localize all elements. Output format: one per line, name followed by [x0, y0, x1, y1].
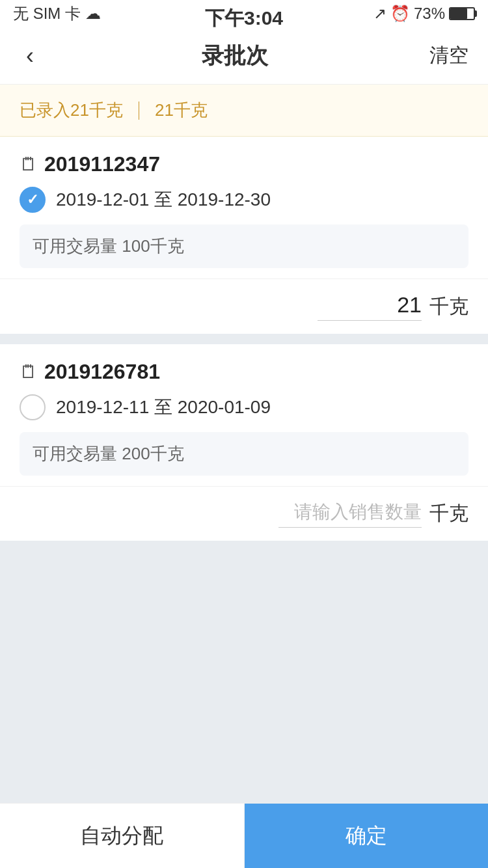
clear-button[interactable]: 清空 [429, 42, 468, 69]
batch-header-1: 🗒 2019112347 [0, 137, 488, 183]
radio-button-1[interactable] [20, 187, 46, 213]
input-unit-2: 千克 [429, 500, 468, 527]
amount-value-1[interactable]: 21 [397, 292, 422, 317]
available-text-2: 可用交易量 200千克 [33, 444, 184, 463]
summary-divider [139, 102, 139, 120]
battery-icon [449, 7, 475, 20]
status-right: ↗ ⏰ 73% [373, 5, 475, 23]
section-divider [0, 334, 488, 344]
status-time: 下午3:04 [205, 5, 283, 32]
back-button[interactable]: ‹ [20, 36, 40, 76]
available-row-1: 可用交易量 100千克 [20, 224, 468, 268]
batch-id-2: 2019126781 [44, 360, 160, 384]
batch-date-1: 2019-12-01 至 2019-12-30 [56, 187, 271, 212]
batch-date-row-2[interactable]: 2019-12-11 至 2020-01-09 [0, 390, 488, 427]
batch-item-2: 🗒 2019126781 2019-12-11 至 2020-01-09 可用交… [0, 344, 488, 541]
status-left: 无 SIM 卡 ☁ [13, 3, 101, 24]
batch-icon-2: 🗒 [20, 361, 38, 383]
input-row-2: 请输入销售数量 千克 [0, 486, 488, 541]
summary-bar: 已录入21千克 21千克 [0, 85, 488, 137]
status-bar: 无 SIM 卡 ☁ 下午3:04 ↗ ⏰ 73% [0, 0, 488, 27]
radio-button-2[interactable] [20, 394, 46, 420]
bottom-bar: 自动分配 确定 [0, 803, 488, 868]
batch-item-1: 🗒 2019112347 2019-12-01 至 2019-12-30 可用交… [0, 137, 488, 334]
amount-underline-1: 21 [318, 292, 422, 321]
battery-percent: 73% [414, 5, 445, 23]
summary-value: 21千克 [155, 99, 208, 122]
amount-wrapper-1: 21 千克 [318, 292, 468, 321]
available-row-2: 可用交易量 200千克 [20, 432, 468, 476]
alarm-icon: ⏰ [390, 5, 410, 23]
batch-date-2: 2019-12-11 至 2020-01-09 [56, 395, 271, 420]
nav-bar: ‹ 录批次 清空 [0, 27, 488, 85]
summary-label: 已录入21千克 [20, 99, 123, 122]
amount-row-1: 21 千克 [0, 278, 488, 334]
available-text-1: 可用交易量 100千克 [33, 236, 184, 256]
amount-unit-1: 千克 [429, 293, 468, 320]
batch-id-1: 2019112347 [44, 152, 160, 176]
signal-icon: ↗ [373, 5, 386, 23]
batch-date-row-1[interactable]: 2019-12-01 至 2019-12-30 [0, 183, 488, 219]
gray-area [0, 541, 488, 821]
confirm-button[interactable]: 确定 [245, 804, 489, 868]
sim-label: 无 SIM 卡 ☁ [13, 3, 101, 24]
quantity-input-2[interactable]: 请输入销售数量 [278, 500, 422, 528]
batch-header-2: 🗒 2019126781 [0, 344, 488, 390]
auto-distribute-button[interactable]: 自动分配 [0, 804, 245, 868]
batch-icon-1: 🗒 [20, 154, 38, 175]
page-title: 录批次 [202, 41, 268, 71]
